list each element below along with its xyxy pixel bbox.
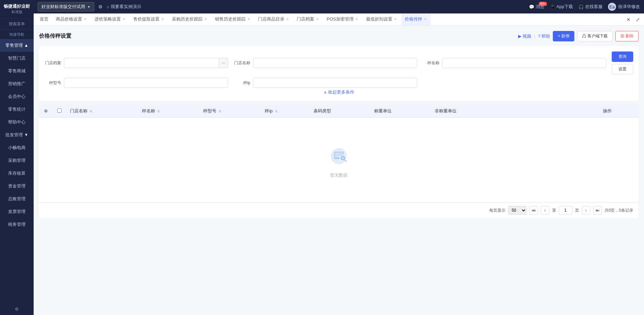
- tab-store-archive[interactable]: 门店档案 ×: [293, 13, 323, 26]
- first-page-btn[interactable]: ⏮: [529, 206, 538, 215]
- sidebar-item-smart-store-label: 智慧门店: [8, 55, 26, 61]
- page-input[interactable]: [559, 206, 572, 215]
- tab-sale-extract-close[interactable]: ×: [161, 17, 165, 22]
- svg-rect-3: [335, 154, 341, 155]
- collapse-btn[interactable]: ∧ 收起更多条件: [324, 89, 354, 95]
- page-title-bar: 价格传秤设置 ▶ 视频 | ? 帮助 + 新增 凸 客户端下载 面 删除: [39, 31, 639, 41]
- sidebar-item-retail-mgmt[interactable]: 零售管理 ▲: [0, 39, 34, 52]
- sidebar-item-tax-mgmt[interactable]: 税务管理: [0, 218, 34, 231]
- sidebar-item-inventory[interactable]: 库存核算: [0, 167, 34, 180]
- tab-min-discount[interactable]: 最低折扣设置 ×: [363, 13, 401, 26]
- sidebar-item-marketing-label: 营销推广: [8, 81, 26, 87]
- close-tab-btn[interactable]: ✕: [625, 15, 632, 24]
- maximize-tab-btn[interactable]: ⤢: [635, 15, 641, 24]
- play-icon: ▶: [518, 34, 522, 39]
- sort-store-name-icon[interactable]: ⇅: [90, 109, 92, 113]
- scale-ip-input[interactable]: [253, 78, 417, 88]
- help-link[interactable]: ? 帮助: [538, 33, 550, 39]
- sort-scale-model-icon[interactable]: ⇅: [219, 109, 221, 113]
- tab-home[interactable]: 首页: [36, 13, 52, 26]
- tab-pos-management-close[interactable]: ×: [355, 17, 359, 22]
- delete-btn[interactable]: 面 删除: [615, 31, 639, 41]
- table-col-non-weigh-unit-label: 非称重单位: [435, 108, 457, 113]
- tab-sale-history-close[interactable]: ×: [247, 17, 251, 22]
- store-archive-select-btn[interactable]: ···: [219, 58, 228, 68]
- tab-store-archive-label: 门店档案: [297, 16, 314, 22]
- scale-name-label: 秤名称: [423, 60, 439, 66]
- help-link-text: 帮助: [541, 33, 550, 39]
- sidebar-item-help-center[interactable]: 帮助中心: [0, 116, 34, 129]
- version-selector[interactable]: 好业财标准版交付试用 ▼: [38, 2, 94, 11]
- sort-scale-ip-icon[interactable]: ⇅: [275, 109, 278, 113]
- sidebar-item-fund-mgmt[interactable]: 资金管理: [0, 180, 34, 193]
- tab-advance-strategy[interactable]: 进价策略设置 ×: [91, 13, 129, 26]
- video-link[interactable]: ▶ 视频: [518, 33, 531, 39]
- table-header-row: ⚙ 门店名称 ⇅ 秤名称 ⇅ 秤型号: [39, 105, 639, 118]
- tab-price-settings-label: 商品价格设置: [56, 16, 82, 22]
- sidebar-item-wholesale-mgmt[interactable]: 批发管理 ▼: [0, 129, 34, 141]
- app-download-btn[interactable]: 📱 App下载: [550, 4, 573, 10]
- last-page-btn[interactable]: ⏭: [593, 206, 602, 215]
- sidebar-item-member-center[interactable]: 会员中心: [0, 90, 34, 103]
- online-service-label: 在线客服: [585, 4, 603, 10]
- sidebar-item-purchase-mgmt[interactable]: 采购管理: [0, 154, 34, 167]
- app-download-label: App下载: [557, 4, 573, 10]
- table-settings-col[interactable]: ⚙: [39, 105, 52, 118]
- tab-price-transmit-close[interactable]: ×: [424, 17, 427, 22]
- search-row-2: 秤型号 秤ip: [44, 78, 633, 88]
- page-label: 算: [552, 208, 556, 213]
- sort-scale-name-icon[interactable]: ⇅: [157, 109, 160, 113]
- store-name-input[interactable]: [253, 58, 417, 68]
- table-col-scale-ip-label: 秤ip: [265, 108, 273, 113]
- scale-name-field: 秤名称: [423, 58, 606, 68]
- tab-price-settings[interactable]: 商品价格设置 ×: [52, 13, 91, 26]
- sidebar-item-smart-store[interactable]: 智慧门店: [0, 52, 34, 65]
- logo-main: 畅捷通好业财: [3, 3, 31, 9]
- chevron-down-icon: ▼: [24, 132, 29, 137]
- tab-min-discount-close[interactable]: ×: [394, 17, 397, 22]
- store-archive-input[interactable]: [64, 58, 219, 68]
- tab-purchase-history[interactable]: 采购历史价跟踪 ×: [169, 13, 211, 26]
- sidebar-item-retail-stats[interactable]: 零售统计: [0, 103, 34, 116]
- tab-pos-management[interactable]: POS加密管理 ×: [323, 13, 362, 26]
- config-icon[interactable]: ⚙: [98, 4, 103, 9]
- messages-btn[interactable]: 💬 消息 99+: [529, 4, 544, 10]
- online-service-btn[interactable]: 🎧 在线客服: [578, 4, 603, 10]
- scale-name-input[interactable]: [442, 58, 606, 68]
- tab-store-catalog-close[interactable]: ×: [286, 17, 289, 22]
- sidebar-search[interactable]: 搜索菜单: [0, 19, 34, 30]
- download-btn[interactable]: 凸 客户端下载: [577, 31, 612, 41]
- tab-sale-extract[interactable]: 售价提取设置 ×: [130, 13, 168, 26]
- sidebar-item-retail-mall[interactable]: 零售商城: [0, 65, 34, 77]
- sidebar-item-xiaochange-ecom[interactable]: 小畅电商: [0, 141, 34, 154]
- next-page-btn[interactable]: ›: [582, 206, 591, 215]
- sidebar-item-fund-mgmt-label: 资金管理: [8, 183, 26, 189]
- demo-link[interactable]: ○ 我要看实例演示: [107, 4, 141, 10]
- tab-price-settings-close[interactable]: ×: [83, 17, 87, 22]
- tab-store-catalog[interactable]: 门店商品目录 ×: [255, 13, 293, 26]
- tab-sale-history[interactable]: 销售历史价跟踪 ×: [212, 13, 254, 26]
- prev-page-btn[interactable]: ‹: [541, 206, 549, 215]
- sidebar-settings-btn[interactable]: ⚙: [0, 303, 34, 315]
- table-col-scale-name-label: 秤名称: [142, 108, 155, 113]
- sidebar-item-tax-mgmt-label: 税务管理: [8, 221, 26, 228]
- tab-advance-strategy-close[interactable]: ×: [122, 17, 126, 22]
- scale-model-input[interactable]: [64, 78, 228, 88]
- sidebar-item-marketing[interactable]: 营销推广: [0, 77, 34, 90]
- user-menu-btn[interactable]: Ea 徐泽华修改: [608, 3, 640, 11]
- sidebar-item-invoice-mgmt[interactable]: 发票管理: [0, 205, 34, 218]
- query-btn[interactable]: 查询: [612, 51, 633, 62]
- per-page-select[interactable]: 50 100 200: [508, 206, 527, 215]
- table-col-non-weigh-unit: 非称重单位: [431, 105, 599, 118]
- select-all-checkbox[interactable]: [57, 108, 62, 113]
- sidebar-item-general-ledger[interactable]: 总账管理: [0, 193, 34, 205]
- settings-btn[interactable]: 设置: [612, 64, 633, 74]
- sidebar-item-retail-mgmt-label: 零售管理: [5, 42, 23, 48]
- tab-price-transmit[interactable]: 价格传秤 ×: [401, 13, 431, 26]
- svg-rect-2: [335, 153, 343, 153]
- add-btn[interactable]: + 新增: [553, 31, 574, 41]
- tab-purchase-history-close[interactable]: ×: [204, 17, 208, 22]
- tab-store-archive-close[interactable]: ×: [316, 17, 319, 22]
- table-col-barcode-type: 条码类型: [310, 105, 370, 118]
- sidebar-item-inventory-label: 库存核算: [8, 170, 26, 176]
